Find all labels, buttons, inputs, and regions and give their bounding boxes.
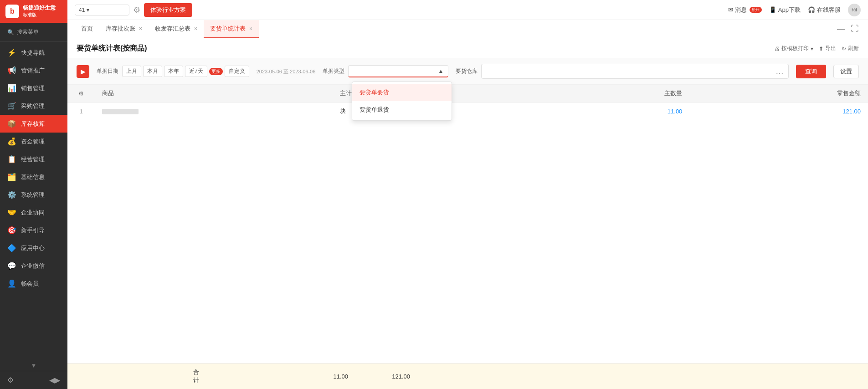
- date-btn-this-year[interactable]: 本年: [164, 66, 183, 77]
- tab-batch-account[interactable]: 库存批次账 ×: [99, 20, 149, 38]
- guide-icon: 🎯: [7, 226, 16, 235]
- date-btn-7days[interactable]: 近7天: [185, 66, 207, 77]
- search-menu-label: 搜索菜单: [17, 28, 39, 36]
- settings-btn[interactable]: 设置: [833, 65, 859, 78]
- notification-label: 消息: [735, 6, 747, 14]
- page-content: 要货单统计表(按商品) 🖨 按模板打印 ▾ ⬆ 导出 ↻ 刷新 ▶: [67, 38, 868, 389]
- col-gear[interactable]: ⚙: [67, 85, 95, 102]
- header-right: ✉ 消息 99+ 📱 App下载 🎧 在线客服 Rit: [728, 4, 861, 16]
- avatar-text: Rit: [852, 7, 857, 12]
- page-title-bar: 要货单统计表(按商品) 🖨 按模板打印 ▾ ⬆ 导出 ↻ 刷新: [67, 38, 868, 58]
- dropdown-item-label: 要货单要货: [360, 89, 389, 96]
- date-buttons: 上月 本月 本年 近7天 更多 自定义: [122, 66, 249, 77]
- sidebar-item-member[interactable]: 👤 畅会员: [0, 275, 67, 292]
- sidebar-item-label: 快捷导航: [21, 49, 45, 57]
- sidebar-item-finance[interactable]: 💰 资金管理: [0, 133, 67, 150]
- tab-invoice-summary[interactable]: 收发存汇总表 ×: [149, 20, 204, 38]
- sidebar-nav: ⚡ 快捷导航 📢 营销推广 📊 销售管理 🛒 采购管理 📦 库存核算 💰 资金管…: [0, 42, 67, 360]
- gear-settings-icon[interactable]: ⚙: [133, 5, 140, 15]
- tab-expand-btn[interactable]: ⛶: [849, 22, 861, 36]
- sidebar-logo: b 畅捷通好生意 标准版: [0, 0, 67, 23]
- tab-close-order-summary[interactable]: ×: [249, 26, 252, 32]
- sidebar-item-label: 畅会员: [21, 280, 39, 288]
- basic-info-icon: 🗂️: [7, 173, 16, 181]
- tab-home-label: 首页: [81, 25, 93, 33]
- date-btn-last-month[interactable]: 上月: [122, 66, 141, 77]
- refresh-icon: ↻: [842, 46, 846, 52]
- row-amount[interactable]: 121.00: [689, 102, 868, 120]
- date-filter-label: 单据日期: [97, 67, 118, 75]
- sidebar-scroll-down[interactable]: ▼: [0, 360, 67, 371]
- sidebar-item-operations[interactable]: 📋 经营管理: [0, 150, 67, 168]
- online-service-label: 在线客服: [817, 6, 841, 14]
- notification-btn[interactable]: ✉ 消息 99+: [728, 6, 762, 14]
- page-actions: 🖨 按模板打印 ▾ ⬆ 导出 ↻ 刷新: [774, 45, 859, 52]
- tab-close-batch-account[interactable]: ×: [139, 26, 142, 32]
- tab-home[interactable]: 首页: [75, 20, 99, 38]
- sidebar-item-label: 新手引导: [21, 226, 45, 235]
- refresh-label: 刷新: [848, 45, 859, 52]
- enterprise-wechat-icon: 💬: [7, 261, 16, 270]
- sidebar-item-purchase[interactable]: 🛒 采购管理: [0, 97, 67, 115]
- sidebar: b 畅捷通好生意 标准版 🔍 搜索菜单 ⚡ 快捷导航 📢 营销推广 📊 销售管理…: [0, 0, 67, 389]
- type-filter-label: 单据类型: [323, 67, 344, 75]
- refresh-btn[interactable]: ↻ 刷新: [842, 45, 859, 52]
- filter-expand-btn[interactable]: ▶: [77, 65, 89, 78]
- user-avatar-btn[interactable]: Rit: [848, 4, 861, 16]
- row-quantity[interactable]: 11.00: [539, 102, 689, 120]
- tab-close-invoice[interactable]: ×: [194, 26, 197, 32]
- sidebar-item-enterprise-wechat[interactable]: 💬 企业微信: [0, 257, 67, 275]
- date-btn-this-month[interactable]: 本月: [143, 66, 162, 77]
- search-menu-btn[interactable]: 🔍 搜索菜单: [5, 26, 63, 38]
- query-btn[interactable]: 查询: [796, 65, 826, 78]
- column-settings-icon[interactable]: ⚙: [78, 90, 84, 97]
- notification-icon: ✉: [728, 6, 733, 13]
- collapse-icon[interactable]: ◀▶: [49, 376, 60, 384]
- phone-icon: 📱: [769, 6, 776, 13]
- row-index: 1: [67, 102, 95, 120]
- sidebar-item-inventory[interactable]: 📦 库存核算: [0, 115, 67, 133]
- export-label: 导出: [825, 45, 836, 52]
- print-btn[interactable]: 🖨 按模板打印 ▾: [774, 45, 813, 52]
- sidebar-item-marketing[interactable]: 📢 营销推广: [0, 61, 67, 79]
- sidebar-item-app-center[interactable]: 🔷 应用中心: [0, 239, 67, 257]
- tenant-dropdown-icon: ▾: [87, 7, 89, 13]
- tab-minimize-btn[interactable]: —: [835, 22, 847, 36]
- date-more-badge: 更多: [209, 68, 223, 75]
- sidebar-item-label: 应用中心: [21, 244, 45, 252]
- main-area: 41 ▾ ⚙ 体验行业方案 ✉ 消息 99+ 📱 App下载 🎧 在线客服: [67, 0, 868, 389]
- industry-btn[interactable]: 体验行业方案: [144, 3, 192, 17]
- warehouse-select[interactable]: …: [481, 64, 789, 79]
- header-left: 41 ▾ ⚙ 体验行业方案: [75, 3, 723, 17]
- sidebar-item-system[interactable]: ⚙️ 系统管理: [0, 186, 67, 204]
- type-select[interactable]: ▲: [348, 65, 448, 77]
- sidebar-item-sales[interactable]: 📊 销售管理: [0, 79, 67, 97]
- system-icon: ⚙️: [7, 190, 16, 199]
- warehouse-more-btn: …: [776, 67, 784, 76]
- date-btn-custom[interactable]: 自定义: [225, 66, 249, 77]
- warehouse-filter-group: 要货仓库 …: [456, 64, 789, 79]
- sidebar-item-quick-nav[interactable]: ⚡ 快捷导航: [0, 44, 67, 61]
- sidebar-item-enterprise[interactable]: 🤝 企业协同: [0, 204, 67, 221]
- dropdown-item-order-return[interactable]: 要货单退货: [352, 101, 452, 118]
- col-amount: 零售金额: [689, 85, 868, 102]
- sidebar-item-guide[interactable]: 🎯 新手引导: [0, 221, 67, 239]
- sidebar-item-label: 企业协同: [21, 209, 45, 217]
- settings-icon[interactable]: ⚙: [7, 376, 14, 384]
- dropdown-item-order-goods[interactable]: 要货单要货: [352, 84, 452, 101]
- tab-order-summary[interactable]: 要货单统计表 ×: [204, 20, 259, 38]
- sidebar-item-basic-info[interactable]: 🗂️ 基础信息: [0, 168, 67, 186]
- type-filter-group: 单据类型 ▲ 要货单要货 要货单退货: [323, 65, 448, 77]
- data-table: ⚙ 商品 主计量单位 主数量 零售金额 1 块: [67, 85, 868, 120]
- enterprise-icon: 🤝: [7, 208, 16, 217]
- headset-icon: 🎧: [808, 6, 815, 13]
- member-icon: 👤: [7, 279, 16, 288]
- footer-amount: 121.00: [355, 373, 410, 380]
- app-download-btn[interactable]: 📱 App下载: [769, 6, 801, 14]
- dropdown-item-label: 要货单退货: [360, 106, 389, 113]
- tab-label: 要货单统计表: [210, 25, 246, 33]
- tenant-selector[interactable]: 41 ▾: [75, 5, 129, 15]
- online-service-btn[interactable]: 🎧 在线客服: [808, 6, 841, 14]
- app-name: 畅捷通好生意: [23, 5, 56, 12]
- export-btn[interactable]: ⬆ 导出: [819, 45, 836, 52]
